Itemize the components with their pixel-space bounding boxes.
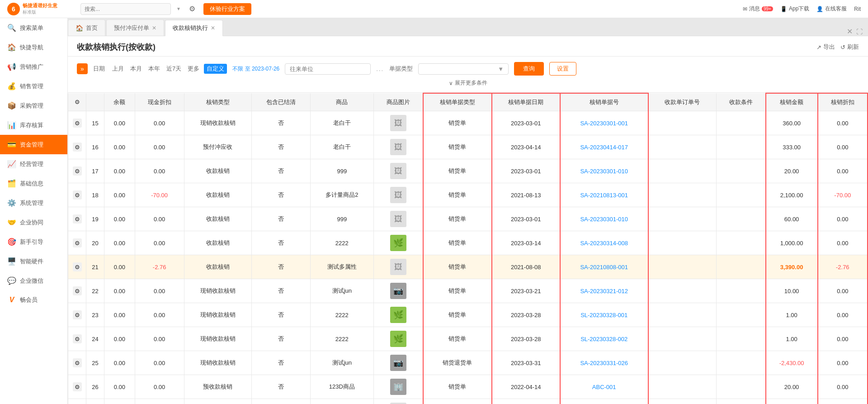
bill-no-link[interactable]: SA-20230301-010	[580, 168, 628, 175]
bill-no-link[interactable]: SA-20210808-001	[580, 264, 628, 271]
cell-gear[interactable]: ⚙	[68, 279, 86, 303]
cell-verify-bill-no[interactable]: SA-20210813-001	[560, 183, 648, 207]
search-input[interactable]	[80, 3, 171, 15]
goods-image: 🖼	[390, 211, 406, 227]
cell-balance: 0.00	[104, 207, 135, 231]
online-service-button[interactable]: 👤 在线客服	[816, 5, 847, 13]
cell-gear[interactable]: ⚙	[68, 303, 86, 327]
date-this-month[interactable]: 本月	[128, 64, 144, 74]
col-gear-header[interactable]: ⚙	[68, 93, 86, 111]
cell-verify-bill-no[interactable]: SA-20230301-010	[560, 159, 648, 183]
app-download-button[interactable]: 📱 App下载	[780, 5, 809, 13]
sidebar-item-wechat[interactable]: 💬 企业微信	[0, 271, 67, 290]
query-button[interactable]: 查询	[514, 62, 544, 76]
cell-gear[interactable]: ⚙	[68, 135, 86, 159]
sidebar-item-finance[interactable]: 💳 资金管理	[0, 135, 67, 154]
cell-verify-bill-no[interactable]: SA-20230301-010	[560, 207, 648, 231]
settings-gear-button[interactable]: ⚙	[186, 3, 198, 15]
cell-verify-bill-no[interactable]: SA-20210808-001	[560, 255, 648, 279]
sidebar-item-operation[interactable]: 📈 经营管理	[0, 154, 67, 174]
date-more[interactable]: 更多	[186, 64, 201, 74]
cell-verify-bill-no[interactable]: SL-20230328-001	[560, 303, 648, 327]
cell-verify-bill-no[interactable]: SL-20230408-001	[560, 399, 648, 404]
date-last-month[interactable]: 上月	[110, 64, 126, 74]
username-display[interactable]: Rit	[854, 6, 861, 12]
message-button[interactable]: ✉ 消息 99+	[743, 5, 773, 13]
date-this-year[interactable]: 本年	[146, 64, 162, 74]
cell-verify-bill-no[interactable]: SL-20230328-002	[560, 327, 648, 351]
bill-type-select[interactable]: ▼	[418, 63, 509, 75]
cell-gear[interactable]: ⚙	[68, 111, 86, 135]
bill-no-link[interactable]: SA-20230301-010	[580, 216, 628, 223]
cell-goods-img: 🖼	[374, 255, 424, 279]
cell-balance: 0.00	[104, 159, 135, 183]
sidebar-item-inventory[interactable]: 📊 库存核算	[0, 115, 67, 135]
from-unit-input[interactable]	[285, 63, 371, 75]
bill-no-link[interactable]: SL-20230328-001	[580, 312, 627, 318]
sidebar-item-marketing[interactable]: 📢 营销推广	[0, 57, 67, 76]
cell-verify-bill-no[interactable]: SA-20230321-012	[560, 279, 648, 303]
cell-gear[interactable]: ⚙	[68, 255, 86, 279]
cell-num: 27	[86, 399, 104, 404]
goods-image: 🖼	[390, 259, 406, 275]
cell-gear[interactable]: ⚙	[68, 231, 86, 255]
tab-bar-expand-icon[interactable]: ⛶	[856, 28, 863, 35]
industry-button[interactable]: 休验行业方案	[203, 3, 251, 15]
tab-verify[interactable]: 收款核销执行 ✕	[165, 20, 223, 36]
date-7days[interactable]: 近7天	[165, 64, 183, 74]
cell-gear[interactable]: ⚙	[68, 207, 86, 231]
cell-verify-type: 预收款核销	[184, 375, 252, 399]
cell-gear[interactable]: ⚙	[68, 183, 86, 207]
cell-verify-amount: 1,000.00	[766, 231, 818, 255]
bill-no-link[interactable]: SA-20230301-001	[580, 120, 628, 127]
sidebar-item-collab[interactable]: 🤝 企业协同	[0, 213, 67, 232]
cell-verify-bill-date: 2023-03-01	[492, 111, 560, 135]
bill-no-link[interactable]: SA-20230321-012	[580, 288, 628, 295]
export-button[interactable]: ↗ 导出	[816, 43, 835, 51]
cell-cash-discount: -70.00	[135, 183, 184, 207]
cell-gear[interactable]: ⚙	[68, 375, 86, 399]
sidebar-item-member[interactable]: V 畅会员	[0, 290, 67, 309]
tab-verify-close[interactable]: ✕	[211, 25, 215, 31]
header-row: ⚙ 余额 现金折扣 核销类型 包含已结清 商品 商品图片 核销单据类型 核销单据…	[68, 93, 868, 111]
tab-prepay-close[interactable]: ✕	[152, 25, 156, 31]
cell-verify-bill-no[interactable]: ABC-001	[560, 375, 648, 399]
date-custom[interactable]: 自定义	[204, 64, 227, 74]
sidebar-item-system[interactable]: ⚙️ 系统管理	[0, 193, 67, 213]
cell-goods-img: 📷	[374, 279, 424, 303]
cell-gear[interactable]: ⚙	[68, 399, 86, 404]
sidebar-item-sales[interactable]: 💰 销售管理	[0, 76, 67, 96]
sidebar-item-hardware[interactable]: 🖥️ 智能硬件	[0, 252, 67, 271]
cell-gear[interactable]: ⚙	[68, 327, 86, 351]
sidebar-item-purchase[interactable]: 📦 采购管理	[0, 96, 67, 115]
sidebar-item-base[interactable]: 🗂️ 基础信息	[0, 174, 67, 193]
tab-bar-close-icon[interactable]: ✕	[847, 27, 853, 36]
cell-cash-discount: 0.00	[135, 351, 184, 375]
cell-verify-bill-no[interactable]: SA-20230301-001	[560, 111, 648, 135]
filter-expand-button[interactable]: »	[77, 63, 88, 74]
cell-gear[interactable]: ⚙	[68, 159, 86, 183]
sidebar-item-quick[interactable]: 🏠 快捷导航	[0, 38, 67, 57]
cell-goods-img: 🌿	[374, 327, 424, 351]
filter-settings-button[interactable]: 设置	[549, 62, 576, 76]
cell-verify-bill-no[interactable]: SA-20230331-026	[560, 351, 648, 375]
cell-gear[interactable]: ⚙	[68, 351, 86, 375]
cell-verify-bill-no[interactable]: SA-20230414-017	[560, 135, 648, 159]
sidebar-item-search[interactable]: 🔍 搜索菜单	[0, 18, 67, 38]
sidebar-item-guide[interactable]: 🎯 新手引导	[0, 232, 67, 252]
bill-no-link[interactable]: SA-20230331-026	[580, 360, 628, 366]
bill-no-link[interactable]: SA-20230314-008	[580, 240, 628, 247]
cell-num: 20	[86, 231, 104, 255]
tab-home[interactable]: 🏠 首页	[68, 19, 105, 36]
cell-include-settled: 否	[252, 375, 310, 399]
bill-no-link[interactable]: ABC-001	[592, 384, 616, 390]
bill-no-link[interactable]: SA-20210813-001	[580, 192, 628, 199]
cell-receipt-condition	[716, 135, 766, 159]
tab-prepay[interactable]: 预付冲应付单 ✕	[106, 19, 164, 36]
bill-no-link[interactable]: SA-20230414-017	[580, 144, 628, 151]
expand-more-button[interactable]: ∨ 展开更多条件	[449, 79, 487, 87]
search-dropdown-arrow[interactable]: ▼	[176, 6, 181, 11]
cell-verify-bill-no[interactable]: SA-20230314-008	[560, 231, 648, 255]
bill-no-link[interactable]: SL-20230328-002	[580, 336, 627, 342]
refresh-button[interactable]: ↺ 刷新	[840, 43, 859, 51]
